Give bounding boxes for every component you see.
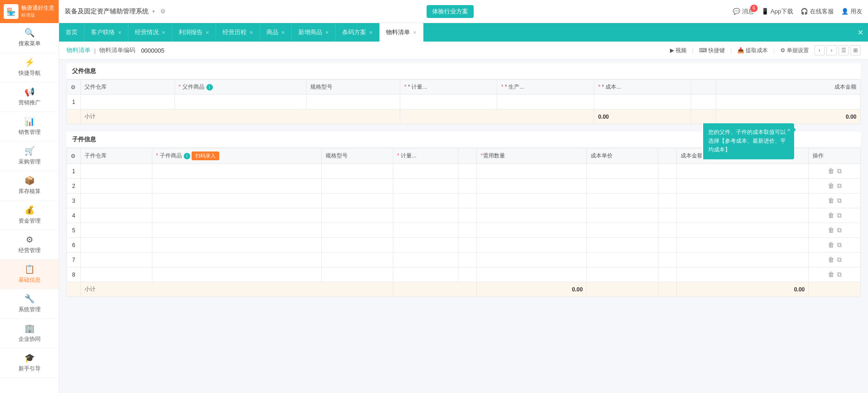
copy-icon-2[interactable]: ⧉ xyxy=(837,182,842,190)
child-row-4-warehouse[interactable] xyxy=(81,208,152,223)
copy-icon-8[interactable]: ⧉ xyxy=(837,271,842,278)
child-row-3-unit[interactable] xyxy=(393,193,458,208)
parent-row-1-production[interactable] xyxy=(497,95,594,109)
tab-barcode[interactable]: 条码方案 ✕ xyxy=(336,23,380,42)
child-row-2-spec[interactable] xyxy=(322,179,393,193)
tab-home[interactable]: 首页 xyxy=(59,23,84,42)
delete-icon-2[interactable]: 🗑 xyxy=(828,182,834,190)
tab-new-goods[interactable]: 新增商品 ✕ xyxy=(292,23,336,42)
tooltip-close-button[interactable]: × xyxy=(787,126,790,135)
child-row-4-needed[interactable] xyxy=(477,208,587,223)
child-row-4-unit[interactable] xyxy=(393,208,458,223)
child-row-5-needed[interactable] xyxy=(477,223,587,238)
copy-icon-3[interactable]: ⧉ xyxy=(837,197,842,205)
prev-page-btn[interactable]: ‹ xyxy=(814,45,825,55)
sidebar-item-inventory[interactable]: 📦 库存核算 xyxy=(0,171,59,200)
view-action[interactable]: ▶ 视频 xyxy=(670,47,687,54)
child-row-2-warehouse[interactable] xyxy=(81,179,152,193)
child-row-6-warehouse[interactable] xyxy=(81,238,152,253)
child-row-8-unit[interactable] xyxy=(393,267,458,282)
single-settings-action[interactable]: ⚙ 单据设置 xyxy=(780,47,809,54)
child-row-8-spec[interactable] xyxy=(322,267,393,282)
parent-row-1-warehouse[interactable] xyxy=(81,95,175,109)
child-row-8-needed[interactable] xyxy=(477,267,587,282)
delete-icon-8[interactable]: 🗑 xyxy=(828,271,834,278)
delete-icon-4[interactable]: 🗑 xyxy=(828,212,834,219)
delete-icon-7[interactable]: 🗑 xyxy=(828,256,834,264)
tab-profit-close[interactable]: ✕ xyxy=(205,30,209,35)
child-row-6-needed[interactable] xyxy=(477,238,587,253)
child-row-1-unit[interactable] xyxy=(393,164,458,179)
child-row-5-warehouse[interactable] xyxy=(81,223,152,238)
shortcut-action[interactable]: ⌨ 快捷键 xyxy=(699,47,725,54)
child-row-5-unit-cost[interactable] xyxy=(587,223,658,238)
sidebar-item-basic-info[interactable]: 📋 基础信息 xyxy=(0,260,59,289)
child-row-6-unit-cost[interactable] xyxy=(587,238,658,253)
child-row-8-warehouse[interactable] xyxy=(81,267,152,282)
tab-operations[interactable]: 经营情况 ✕ xyxy=(128,23,172,42)
copy-icon-6[interactable]: ⧉ xyxy=(837,241,842,249)
child-row-2-unit-cost[interactable] xyxy=(587,179,658,193)
child-row-7-goods[interactable] xyxy=(152,253,322,267)
child-row-6-unit[interactable] xyxy=(393,238,458,253)
sidebar-item-operations[interactable]: ⚙ 经营管理 xyxy=(0,230,59,260)
parent-row-1-spec[interactable] xyxy=(306,95,400,109)
close-all-tabs[interactable]: ✕ xyxy=(853,23,868,42)
sidebar-item-marketing[interactable]: 📢 营销推广 xyxy=(0,82,59,112)
child-row-3-needed[interactable] xyxy=(477,193,587,208)
sidebar-item-enterprise[interactable]: 🏢 企业协同 xyxy=(0,319,59,348)
extract-cost-action[interactable]: 📥 提取成本 xyxy=(737,47,768,54)
child-row-3-warehouse[interactable] xyxy=(81,193,152,208)
scan-input-button[interactable]: 扫码录入 xyxy=(192,151,219,160)
tab-goods[interactable]: 商品 ✕ xyxy=(260,23,292,42)
child-row-6-spec[interactable] xyxy=(322,238,393,253)
tab-customer[interactable]: 客户联络 ✕ xyxy=(84,23,128,42)
tab-history[interactable]: 经营历程 ✕ xyxy=(216,23,260,42)
parent-goods-info-icon[interactable]: i xyxy=(206,84,213,91)
child-row-8-goods[interactable] xyxy=(152,267,322,282)
tab-history-close[interactable]: ✕ xyxy=(249,30,253,35)
online-service-button[interactable]: 🎧 在线客服 xyxy=(801,7,834,16)
parent-row-1-goods[interactable] xyxy=(175,95,306,109)
child-row-4-unit-cost[interactable] xyxy=(587,208,658,223)
user-button[interactable]: 👤 用友 xyxy=(841,7,862,16)
list-view-btn[interactable]: ☰ xyxy=(838,45,849,55)
tab-goods-close[interactable]: ✕ xyxy=(281,30,285,35)
sidebar-item-purchase[interactable]: 🛒 采购管理 xyxy=(0,141,59,171)
tab-new-goods-close[interactable]: ✕ xyxy=(325,30,329,35)
system-title-arrow[interactable]: ▾ xyxy=(152,9,155,14)
child-row-8-unit-cost[interactable] xyxy=(587,267,658,282)
child-goods-info-icon[interactable]: i xyxy=(184,153,190,159)
delete-icon-6[interactable]: 🗑 xyxy=(828,241,834,249)
child-row-3-goods[interactable] xyxy=(152,193,322,208)
delete-icon-1[interactable]: 🗑 xyxy=(828,167,834,175)
child-row-2-goods[interactable] xyxy=(152,179,322,193)
copy-icon-5[interactable]: ⧉ xyxy=(837,226,842,234)
child-row-2-needed[interactable] xyxy=(477,179,587,193)
child-row-4-spec[interactable] xyxy=(322,208,393,223)
child-row-1-warehouse[interactable] xyxy=(81,164,152,179)
child-row-7-needed[interactable] xyxy=(477,253,587,267)
child-row-5-goods[interactable] xyxy=(152,223,322,238)
delete-icon-5[interactable]: 🗑 xyxy=(828,226,834,234)
tab-bom-close[interactable]: ✕ xyxy=(413,30,416,35)
copy-icon-1[interactable]: ⧉ xyxy=(837,167,842,175)
tab-profit[interactable]: 利润报告 ✕ xyxy=(172,23,216,42)
child-row-7-unit[interactable] xyxy=(393,253,458,267)
delete-icon-3[interactable]: 🗑 xyxy=(828,197,834,205)
copy-icon-7[interactable]: ⧉ xyxy=(837,256,842,264)
child-row-3-spec[interactable] xyxy=(322,193,393,208)
child-row-6-goods[interactable] xyxy=(152,238,322,253)
child-row-7-warehouse[interactable] xyxy=(81,253,152,267)
child-row-1-spec[interactable] xyxy=(322,164,393,179)
next-page-btn[interactable]: › xyxy=(826,45,837,55)
child-row-4-goods[interactable] xyxy=(152,208,322,223)
try-industry-button[interactable]: 体验行业方案 xyxy=(427,5,474,18)
parent-row-1-unit[interactable] xyxy=(400,95,497,109)
child-row-2-unit[interactable] xyxy=(393,179,458,193)
child-row-1-unit-cost[interactable] xyxy=(587,164,658,179)
child-row-1-needed[interactable] xyxy=(477,164,587,179)
tab-barcode-close[interactable]: ✕ xyxy=(369,30,373,35)
child-row-5-unit[interactable] xyxy=(393,223,458,238)
copy-icon-4[interactable]: ⧉ xyxy=(837,212,842,219)
